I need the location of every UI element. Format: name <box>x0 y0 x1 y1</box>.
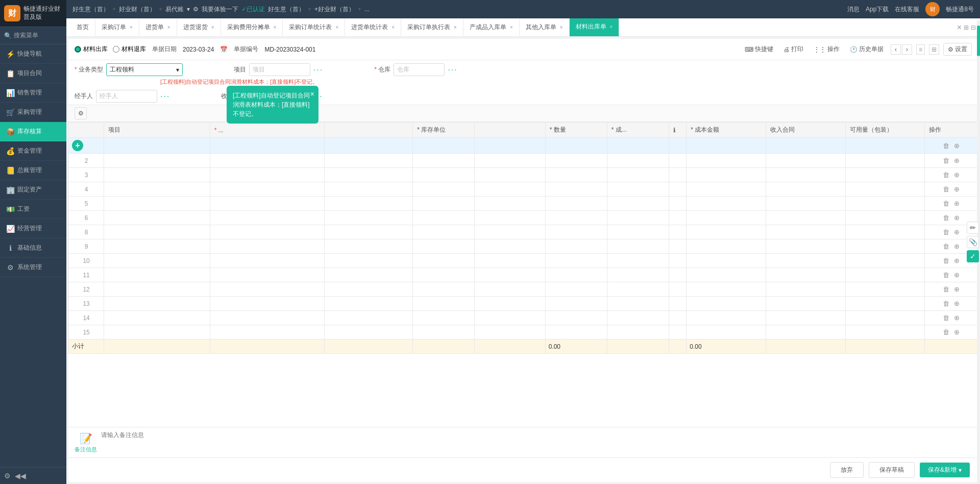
row-delete-btn[interactable]: 🗑 <box>941 328 950 337</box>
sidebar-item-system[interactable]: ⚙ 系统管理 <box>0 258 66 277</box>
tab-home[interactable]: 首页 <box>70 19 95 36</box>
nav-experience[interactable]: 我要体验一下 <box>202 5 238 14</box>
row-copy-btn[interactable]: ⊕ <box>952 141 961 150</box>
sidebar-collapse-icon[interactable]: ◀◀ <box>15 472 26 480</box>
radio-material-return[interactable]: 材料退库 <box>113 45 146 54</box>
nav-good-wealth2[interactable]: +好业财（首） <box>314 5 355 14</box>
row-copy-btn[interactable]: ⊕ <box>952 271 961 280</box>
tooltip-close-btn[interactable]: × <box>310 89 314 100</box>
tab-product-in[interactable]: 产成品入库单 × <box>463 19 520 36</box>
sidebar-item-basic-info[interactable]: ℹ 基础信息 <box>0 238 66 258</box>
settings-button[interactable]: ⚙ 设置 <box>943 43 972 56</box>
sidebar-item-salary[interactable]: 💵 工资 <box>0 200 66 219</box>
row-copy-btn[interactable]: ⊕ <box>952 299 961 308</box>
print-btn[interactable]: 🖨 打印 <box>780 44 806 55</box>
discard-button[interactable]: 放弃 <box>830 462 864 478</box>
add-row-qty[interactable] <box>545 138 607 154</box>
row-copy-btn[interactable]: ⊕ <box>952 328 961 337</box>
add-row-btn[interactable]: + <box>72 140 83 151</box>
sidebar-item-quick-nav[interactable]: ⚡ 快捷导航 <box>0 44 66 64</box>
sidebar-item-assets[interactable]: 🏢 固定资产 <box>0 180 66 200</box>
sidebar-item-purchase[interactable]: 🛒 采购管理 <box>0 103 66 122</box>
tab-layout-btn[interactable]: ⊞ <box>964 24 969 31</box>
row-copy-btn[interactable]: ⊕ <box>952 199 961 208</box>
row-copy-btn[interactable]: ⊕ <box>952 213 961 223</box>
add-row-avail[interactable] <box>845 138 925 154</box>
operation-btn[interactable]: ⋮⋮ 操作 <box>811 44 843 55</box>
add-row-cost[interactable] <box>607 138 669 154</box>
row-delete-btn[interactable]: 🗑 <box>941 156 950 165</box>
row-delete-btn[interactable]: 🗑 <box>941 228 950 237</box>
grid-view-btn[interactable]: ⊞ <box>929 44 939 55</box>
nav-good-biz[interactable]: 好生意（首） <box>72 5 109 14</box>
right-tool-green[interactable]: ✓ <box>967 250 979 262</box>
business-type-select[interactable]: 工程领料 ▾ <box>106 63 183 76</box>
row-copy-btn[interactable]: ⊕ <box>952 171 961 180</box>
note-input[interactable] <box>101 431 972 439</box>
row-delete-btn[interactable]: 🗑 <box>941 199 950 208</box>
row-delete-btn[interactable]: 🗑 <box>941 185 950 194</box>
nav-good-biz2[interactable]: 好生意（首） <box>268 5 305 14</box>
row-copy-btn[interactable]: ⊕ <box>952 256 961 265</box>
tab-in-stat[interactable]: 进货单统计表 × <box>345 19 401 36</box>
tab-material-out[interactable]: 材料出库单 × <box>570 18 620 36</box>
row-delete-btn[interactable]: 🗑 <box>941 242 950 251</box>
nav-settings-top[interactable]: ⚙ <box>193 6 199 13</box>
user-avatar[interactable]: 财 <box>925 2 940 16</box>
add-row-material[interactable] <box>210 138 325 154</box>
sidebar-item-sales[interactable]: 📊 销售管理 <box>0 83 66 103</box>
table-settings-btn[interactable]: ⚙ <box>75 107 87 119</box>
tab-purchase-exec[interactable]: 采购订单执行表 × <box>401 19 463 36</box>
tab-purchase-expense[interactable]: 采购费用分摊单 × <box>221 19 283 36</box>
row-copy-btn[interactable]: ⊕ <box>952 242 961 251</box>
project-input[interactable]: 项目 <box>249 63 310 76</box>
row-copy-btn[interactable]: ⊕ <box>952 313 961 323</box>
warehouse-input[interactable]: 仓库 <box>394 63 445 76</box>
handler-ellipsis[interactable]: ··· <box>160 92 170 101</box>
sidebar-settings-icon[interactable]: ⚙ <box>4 472 11 480</box>
row-delete-btn[interactable]: 🗑 <box>941 299 950 308</box>
row-delete-btn[interactable]: 🗑 <box>941 171 950 180</box>
row-delete-btn[interactable]: 🗑 <box>941 213 950 223</box>
row-delete-btn[interactable]: 🗑 <box>941 256 950 265</box>
tab-purchase-stat[interactable]: 采购订单统计表 × <box>283 19 345 36</box>
save-new-button[interactable]: 保存&新增 ▾ <box>920 463 970 477</box>
add-row-income[interactable] <box>766 138 845 154</box>
row-delete-btn[interactable]: 🗑 <box>941 141 950 150</box>
sidebar-item-finance[interactable]: 💰 资金管理 <box>0 141 66 161</box>
sidebar-item-inventory[interactable]: 📦 库存核算 <box>0 122 66 141</box>
add-row-project[interactable] <box>104 138 210 154</box>
tab-other-in[interactable]: 其他入库单 × <box>520 19 570 36</box>
sidebar-item-ledger[interactable]: 📒 总账管理 <box>0 161 66 180</box>
warehouse-ellipsis[interactable]: ··· <box>448 65 457 75</box>
right-tool-edit[interactable]: ✏ <box>967 222 979 234</box>
right-tool-clip[interactable]: 📎 <box>967 236 979 248</box>
nav-certified[interactable]: ✓已认证 <box>241 5 265 14</box>
row-copy-btn[interactable]: ⊕ <box>952 156 961 165</box>
sidebar-item-operations[interactable]: 📈 经营管理 <box>0 219 66 238</box>
row-delete-btn[interactable]: 🗑 <box>941 271 950 280</box>
add-row-spec[interactable] <box>325 138 413 154</box>
tab-close-all[interactable]: × <box>957 23 962 32</box>
tab-purchase-in[interactable]: 进货单 × <box>139 19 177 36</box>
add-row-cost-amount[interactable] <box>687 138 766 154</box>
add-row-warehouse[interactable] <box>475 138 545 154</box>
nav-dropdown[interactable]: ▾ <box>187 6 190 13</box>
nav-more[interactable]: ... <box>364 6 370 13</box>
save-draft-button[interactable]: 保存草稿 <box>869 462 915 478</box>
next-arrow[interactable]: › <box>902 44 912 55</box>
message-btn[interactable]: 消息 <box>847 5 860 14</box>
row-copy-btn[interactable]: ⊕ <box>952 228 961 237</box>
prev-arrow[interactable]: ‹ <box>891 44 901 55</box>
online-service-btn[interactable]: 在线客服 <box>895 5 919 14</box>
calendar-icon[interactable]: 📅 <box>220 46 228 53</box>
nav-agent[interactable]: 易代账 <box>165 5 184 14</box>
shortcut-btn[interactable]: ⌨ 快捷键 <box>742 44 776 55</box>
add-row-unit[interactable] <box>413 138 475 154</box>
tab-purchase-return[interactable]: 进货退货 × <box>177 19 221 36</box>
data-table-container[interactable]: 项目 * ... * 库存单位 * 数量 * 成... ℹ * 成本金额 收入合… <box>68 122 978 427</box>
row-delete-btn[interactable]: 🗑 <box>941 313 950 323</box>
handler-input[interactable]: 经手人 <box>96 90 157 103</box>
tab-purchase-order[interactable]: 采购订单 × <box>95 19 139 36</box>
row-delete-btn[interactable]: 🗑 <box>941 285 950 294</box>
